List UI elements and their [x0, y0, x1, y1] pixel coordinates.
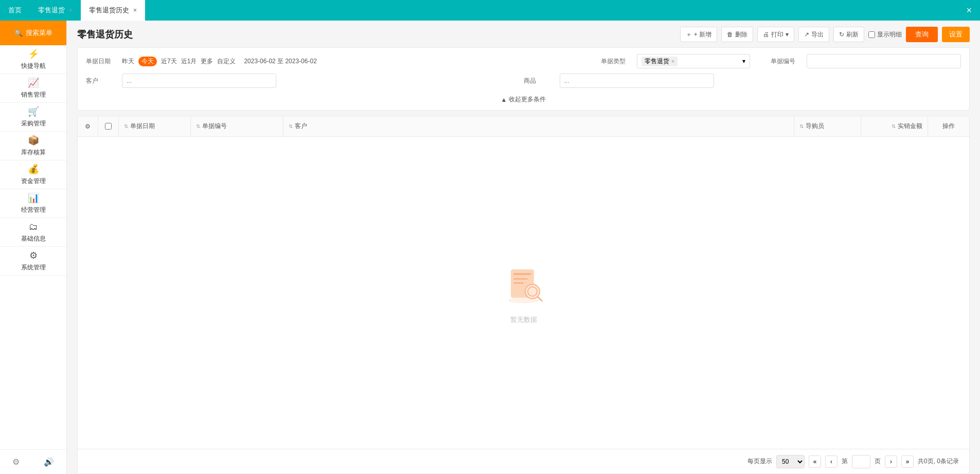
th-billno-label: 单据编号: [202, 122, 227, 131]
new-label: + 新增: [694, 30, 711, 39]
system-icon: ⚙: [29, 250, 38, 261]
type-tag-close[interactable]: ×: [671, 58, 674, 64]
sidebar-item-sales[interactable]: 📈 销售管理: [0, 74, 66, 103]
shortcut-more[interactable]: 更多: [201, 57, 213, 66]
empty-icon: [501, 262, 547, 308]
sidebar-item-finance-label: 资金管理: [21, 177, 46, 186]
query-button[interactable]: 查询: [906, 27, 938, 42]
sidebar-settings-btn[interactable]: ⚙: [12, 457, 20, 467]
filter-row-1: 单据日期 昨天 今天 近7天 近1月 更多 自定义 2023-06-02 至 2…: [86, 54, 961, 68]
date-shortcuts: 昨天 今天 近7天 近1月 更多 自定义 2023-06-02 至 2023-0…: [122, 57, 317, 66]
sidebar-item-basicinfo[interactable]: 🗂 基础信息: [0, 218, 66, 247]
sidebar-search[interactable]: 🔍 搜索菜单: [0, 21, 66, 45]
billno-filter-label: 单据编号: [771, 57, 807, 66]
next-page-btn[interactable]: ›: [885, 455, 897, 468]
th-settings[interactable]: ⚙: [78, 116, 98, 136]
sidebar-item-inventory[interactable]: 📦 库存核算: [0, 132, 66, 160]
delete-icon: 🗑: [727, 31, 733, 38]
window-close-icon[interactable]: ×: [966, 5, 972, 16]
shortcut-today[interactable]: 今天: [138, 57, 157, 66]
tab-home-label: 首页: [8, 6, 22, 15]
sidebar-item-operations[interactable]: 📊 经营管理: [0, 189, 66, 218]
collapse-label: 收起更多条件: [509, 95, 546, 104]
collapse-icon: ▲: [501, 96, 507, 103]
th-amount: ⇅ 实销金额: [861, 116, 928, 136]
filter-row-2: 客户 商品: [86, 74, 961, 88]
th-customer: ⇅ 客户: [283, 116, 794, 136]
page-label: 第: [842, 457, 848, 466]
th-guide: ⇅ 导购员: [794, 116, 861, 136]
table-header: ⚙ ⇅ 单据日期 ⇅ 单据编号 ⇅ 客户 ⇅ 导购员: [78, 116, 969, 137]
delete-button[interactable]: 🗑 删除: [721, 27, 753, 42]
shortcut-1month[interactable]: 近1月: [181, 57, 197, 66]
refresh-button[interactable]: ↻ 刷新: [833, 27, 864, 42]
tab-retail-return[interactable]: 零售退货 ×: [30, 0, 81, 21]
operations-icon: 📊: [28, 192, 39, 204]
settings-button[interactable]: 设置: [942, 27, 970, 42]
last-page-btn[interactable]: »: [901, 455, 914, 468]
toolbar: ＋ + 新增 🗑 删除 🖨 打印 ▾ ↗ 导出 ↻: [680, 27, 970, 42]
tab-home[interactable]: 首页: [0, 0, 30, 21]
th-customer-label: 客户: [295, 122, 307, 131]
select-all-checkbox[interactable]: [105, 123, 112, 130]
type-filter-select[interactable]: 零售退货 × ▾: [637, 54, 750, 68]
type-tag-label: 零售退货: [645, 57, 669, 66]
search-icon: 🔍: [14, 29, 23, 37]
sidebar-item-basicinfo-label: 基础信息: [21, 234, 46, 243]
inventory-icon: 📦: [28, 135, 39, 146]
shortcut-yesterday[interactable]: 昨天: [122, 57, 134, 66]
th-guide-label: 导购员: [806, 122, 824, 131]
tab-retail-return-history-close[interactable]: ×: [133, 7, 137, 14]
print-button[interactable]: 🖨 打印 ▾: [757, 27, 794, 42]
sidebar-search-label: 搜索菜单: [26, 28, 52, 38]
refresh-icon: ↻: [839, 31, 844, 38]
goods-filter-input[interactable]: [560, 74, 714, 88]
th-date-label: 单据日期: [130, 122, 155, 131]
svg-rect-3: [513, 278, 528, 280]
shortcut-7days[interactable]: 近7天: [161, 57, 177, 66]
per-page-select[interactable]: 50 100 200: [776, 455, 805, 468]
new-button[interactable]: ＋ + 新增: [680, 27, 717, 42]
sort-amount-icon[interactable]: ⇅: [892, 123, 896, 129]
new-icon: ＋: [686, 30, 692, 39]
sort-date-icon[interactable]: ⇅: [124, 123, 128, 129]
first-page-btn[interactable]: «: [809, 455, 821, 468]
print-arrow-icon: ▾: [786, 31, 789, 38]
sort-guide-icon[interactable]: ⇅: [799, 123, 804, 129]
sidebar-item-quicknav-label: 快捷导航: [21, 62, 46, 70]
sidebar-bottom: ⚙ 🔊: [0, 449, 66, 474]
collapse-button[interactable]: ▲ 收起更多条件: [501, 95, 546, 104]
prev-page-btn[interactable]: ‹: [825, 455, 838, 468]
sidebar-item-quicknav[interactable]: ⚡ 快捷导航: [0, 45, 66, 74]
show-detail-checkbox[interactable]: [868, 31, 875, 38]
date-filter-label: 单据日期: [86, 57, 122, 66]
th-checkbox[interactable]: [98, 116, 119, 136]
tab-retail-return-history[interactable]: 零售退货历史 ×: [81, 0, 145, 21]
sidebar-item-system-label: 系统管理: [21, 263, 46, 272]
delete-label: 删除: [735, 30, 747, 39]
billno-filter-input[interactable]: [807, 54, 961, 68]
sidebar-audio-btn[interactable]: 🔊: [44, 457, 54, 467]
tab-retail-return-close[interactable]: ×: [69, 7, 73, 14]
sidebar-item-system[interactable]: ⚙ 系统管理: [0, 247, 66, 276]
th-amount-label: 实销金额: [898, 122, 922, 131]
sidebar-item-finance[interactable]: 💰 资金管理: [0, 160, 66, 189]
sidebar-item-purchase[interactable]: 🛒 采购管理: [0, 103, 66, 132]
th-billno: ⇅ 单据编号: [191, 116, 283, 136]
goods-filter-label: 商品: [524, 77, 560, 85]
svg-rect-2: [513, 273, 531, 275]
date-range-display: 2023-06-02 至 2023-06-02: [244, 57, 316, 66]
page-number-input[interactable]: 1: [852, 455, 870, 468]
sort-customer-icon[interactable]: ⇅: [289, 123, 293, 129]
table-container: ⚙ ⇅ 单据日期 ⇅ 单据编号 ⇅ 客户 ⇅ 导购员: [77, 116, 970, 474]
sort-billno-icon[interactable]: ⇅: [196, 123, 200, 129]
shortcut-custom[interactable]: 自定义: [217, 57, 236, 66]
purchase-icon: 🛒: [28, 106, 39, 117]
show-detail-checkbox-label[interactable]: 显示明细: [868, 30, 902, 39]
print-icon: 🖨: [763, 31, 769, 38]
customer-filter-label: 客户: [86, 77, 122, 85]
export-button[interactable]: ↗ 导出: [798, 27, 829, 42]
export-label: 导出: [811, 30, 824, 39]
customer-filter-input[interactable]: [122, 74, 276, 88]
sidebar-item-sales-label: 销售管理: [21, 90, 46, 99]
